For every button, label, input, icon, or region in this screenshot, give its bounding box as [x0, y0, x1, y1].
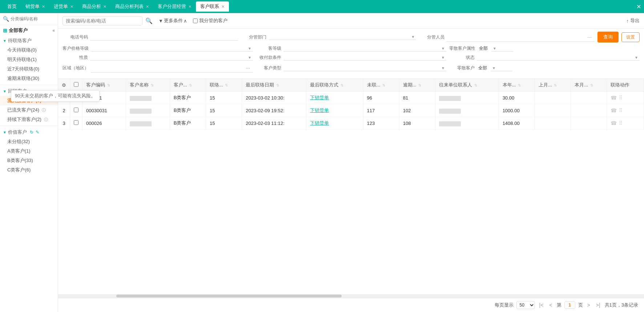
- row-type-1: B类客户: [170, 92, 206, 104]
- next-page-button[interactable]: >: [586, 301, 592, 309]
- staff-more-icon[interactable]: ···: [586, 33, 593, 41]
- filter-status-select[interactable]: ▼: [477, 55, 640, 61]
- filter-zero-retail-attr-select[interactable]: ▼: [491, 46, 513, 52]
- filter-area-select[interactable]: ···: [91, 64, 253, 73]
- tab-close-product-analysis[interactable]: ✕: [103, 4, 106, 9]
- sidebar-item-declining[interactable]: 持续下滑客户(2) ⓘ: [0, 115, 58, 124]
- filter-zero-retail-select[interactable]: ▼: [491, 65, 512, 71]
- price-level-arrow-icon: ▼: [248, 46, 251, 50]
- row-last-method-1[interactable]: 下销货单: [306, 92, 363, 104]
- sort-icon-type[interactable]: ⇅: [189, 83, 192, 87]
- first-page-button[interactable]: |<: [538, 301, 545, 309]
- more-action-icon-2[interactable]: ⠿: [619, 108, 623, 113]
- settings-button[interactable]: 设置: [621, 32, 640, 42]
- refresh-icon[interactable]: ↻: [30, 130, 33, 135]
- my-customers-checkbox[interactable]: [193, 19, 198, 23]
- sidebar-search-input[interactable]: [11, 16, 58, 21]
- action-icons-2: ☎ ⠿: [611, 108, 640, 113]
- window-close-button[interactable]: ✕: [636, 3, 641, 10]
- tab-sales-order[interactable]: 销货单 ✕: [21, 1, 49, 12]
- tab-close-product-analysis-list[interactable]: ✕: [146, 4, 149, 9]
- sort-icon-last-month[interactable]: ⇅: [554, 83, 557, 87]
- sidebar-group-pending[interactable]: ▼ 待联络客户: [0, 36, 58, 45]
- tab-customer-tier[interactable]: 客户分层经营 ✕: [153, 1, 196, 12]
- select-all-checkbox[interactable]: [74, 82, 79, 87]
- prev-page-button[interactable]: <: [548, 301, 554, 309]
- filter-price-level-select[interactable]: ▼: [91, 46, 253, 52]
- query-button[interactable]: 查询: [597, 32, 619, 42]
- contact-icon-2[interactable]: ☎: [611, 108, 617, 113]
- row-last-method-3[interactable]: 下销货单: [306, 117, 363, 130]
- contact-icon-3[interactable]: ☎: [611, 120, 617, 126]
- sidebar-item-class-b[interactable]: B类客户(33): [0, 156, 58, 165]
- more-action-icon-3[interactable]: ⠿: [619, 120, 623, 126]
- sort-icon-name[interactable]: ⇅: [151, 83, 154, 87]
- filter-field-status: 状态 ▼: [449, 54, 640, 61]
- sort-icon-this-month[interactable]: ⇅: [590, 83, 593, 87]
- sort-icon-last-date[interactable]: ⇅: [276, 83, 279, 87]
- filter-search-input[interactable]: [63, 16, 142, 25]
- row-last-method-2[interactable]: 下销货单: [306, 104, 363, 117]
- tab-homepage[interactable]: 首页: [3, 1, 21, 12]
- sidebar-item-class-c[interactable]: C类客户(6): [0, 165, 58, 175]
- sort-icon-last-method[interactable]: ⇅: [341, 83, 343, 87]
- more-action-icon-1[interactable]: ⠿: [619, 95, 623, 101]
- tab-customer-contact[interactable]: 客户联系 ✕: [196, 1, 229, 12]
- tab-close-customer-contact[interactable]: ✕: [221, 4, 225, 9]
- my-customers-checkbox-label[interactable]: 我分管的客户: [193, 17, 228, 24]
- filter-customer-level-select[interactable]: ▼: [283, 46, 446, 52]
- sidebar-item-overdue[interactable]: 逾期未联络(30): [0, 74, 58, 83]
- tab-close-customer-tier[interactable]: ✕: [188, 4, 192, 9]
- sidebar-item-class-a[interactable]: A类客户(1): [0, 146, 58, 156]
- row-this-year-2: 1000.00: [499, 104, 535, 117]
- filter-payment-select[interactable]: ▼: [283, 55, 446, 61]
- tab-product-analysis-list[interactable]: 商品分析列表 ✕: [111, 1, 153, 12]
- export-button[interactable]: ↑ 导出: [627, 17, 640, 24]
- row-checkbox-3[interactable]: [70, 117, 82, 130]
- filter-dept-select[interactable]: ▼: [269, 34, 416, 40]
- sort-icon-not-contacted[interactable]: ⇅: [382, 83, 385, 87]
- filter-more-conditions[interactable]: ▼ 更多条件 ∧: [156, 16, 190, 25]
- filter-form: 电话号码 分管部门 ▼ 分管人员 ···: [58, 29, 644, 79]
- sidebar-item-tomorrow[interactable]: 明天待联络(1): [0, 55, 58, 64]
- sidebar-item-ungrouped[interactable]: 未分组(32): [0, 137, 58, 146]
- per-page-select[interactable]: 50 20 100: [516, 301, 535, 309]
- tab-close-purchase-order[interactable]: ✕: [70, 4, 73, 9]
- contact-icon-1[interactable]: ☎: [611, 95, 617, 101]
- sidebar-all-customers[interactable]: ⊞ 全部客户 «: [0, 25, 58, 36]
- horizontal-scrollbar[interactable]: [58, 294, 644, 298]
- sidebar-item-7days[interactable]: 近7天待联络(0): [0, 64, 58, 74]
- sidebar-group-value[interactable]: ▼ 价值客户 ↻ ✎: [0, 127, 58, 137]
- table-row: 3 000026 B类客户 15 2023-02-03 11:12: 下销货单 …: [58, 117, 644, 130]
- grid-icon: ⊞: [3, 28, 7, 33]
- sidebar-item-today[interactable]: 今天待联络(0): [0, 45, 58, 55]
- filter-staff-select[interactable]: ···: [447, 33, 595, 42]
- sort-icon-contacts[interactable]: ⇅: [474, 83, 477, 87]
- tab-close-sales-order[interactable]: ✕: [42, 4, 45, 9]
- tab-product-analysis[interactable]: 商品分析 ✕: [78, 1, 111, 12]
- row-checkbox-2[interactable]: [70, 104, 82, 117]
- sort-icon-code[interactable]: ⇅: [107, 83, 110, 87]
- th-gear[interactable]: ⚙: [58, 79, 70, 92]
- sort-icon-contact[interactable]: ⇅: [225, 83, 228, 87]
- filter-field-nature: 性质 ▼: [63, 54, 253, 61]
- filter-customer-type-select[interactable]: ▼: [283, 65, 446, 71]
- th-overdue: 逾期... ⇅: [399, 79, 435, 92]
- th-checkbox[interactable]: [70, 79, 82, 92]
- edit-icon[interactable]: ✎: [36, 130, 39, 135]
- table-footer: 每页显示 50 20 100 |< < 第 页 > >| 共1页，3条记录: [58, 298, 644, 312]
- sort-icon-overdue[interactable]: ⇅: [418, 83, 421, 87]
- page-number-input[interactable]: [564, 301, 575, 309]
- last-page-button[interactable]: >|: [595, 301, 602, 309]
- filter-search-button[interactable]: 🔍: [145, 17, 153, 24]
- sidebar-search-bar: 🔍: [0, 13, 58, 25]
- filter-nature-select[interactable]: ▼: [90, 55, 253, 61]
- sidebar-item-churned[interactable]: 已流失客户(24) ⓘ: [0, 105, 58, 115]
- tab-purchase-order[interactable]: 进货单 ✕: [49, 1, 78, 12]
- area-more-icon[interactable]: ···: [244, 64, 251, 72]
- sort-icon-this-year[interactable]: ⇅: [518, 83, 521, 87]
- row-not-contacted-3: 123: [363, 117, 399, 130]
- filter-phone-input[interactable]: [90, 34, 238, 41]
- scrollbar-thumb[interactable]: [116, 295, 342, 297]
- th-not-contacted: 未联... ⇅: [363, 79, 399, 92]
